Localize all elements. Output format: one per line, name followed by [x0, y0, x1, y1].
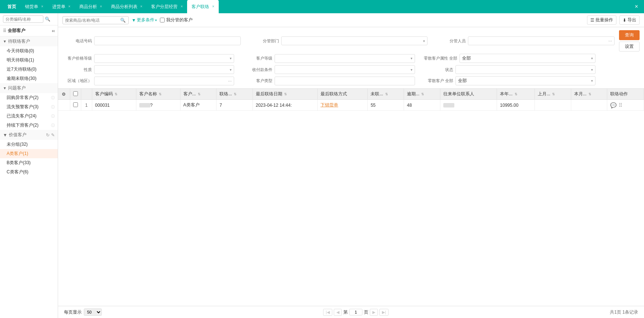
close-tab-sales-icon[interactable]: × — [41, 0, 43, 13]
sort-overdue-icon: ⇅ — [421, 92, 424, 96]
close-tab-segment-icon[interactable]: × — [180, 0, 183, 13]
person-dots-icon[interactable]: ··· — [608, 38, 612, 43]
col-last-month[interactable]: 上月... ⇅ — [535, 89, 571, 100]
nav-tab-customer-segment[interactable]: 客户分层经营 × — [147, 0, 187, 13]
input-payment[interactable]: ▾ — [275, 65, 415, 74]
input-person[interactable]: ··· — [468, 36, 615, 45]
close-all-btn[interactable]: × — [632, 3, 641, 10]
col-no-contact[interactable]: 未联... ⇅ — [368, 89, 404, 100]
input-phone[interactable] — [94, 36, 241, 45]
col-contact[interactable]: 联络... ⇅ — [217, 89, 253, 100]
label-person: 分管人员 — [436, 38, 466, 44]
last-page-btn[interactable]: ▶| — [379, 309, 389, 316]
search-input[interactable] — [65, 18, 120, 22]
my-customers-checkbox-area[interactable]: 我分管的客户 — [160, 17, 193, 23]
setting-button[interactable]: 设置 — [619, 42, 640, 52]
sidebar-search-icon[interactable]: 🔍 — [45, 17, 50, 22]
row-last-date: 2023-04-12 14:44: — [253, 100, 317, 111]
sidebar-section-pending[interactable]: ▼ 待联络客户 — [0, 36, 58, 46]
export-btn[interactable]: ⬇ 导出 — [619, 15, 640, 25]
col-overdue[interactable]: 逾期... ⇅ — [404, 89, 440, 100]
close-tab-contact-icon[interactable]: × — [212, 0, 214, 13]
sidebar-item-ungrouped[interactable]: 未分组(32) — [0, 140, 58, 149]
refresh-value-icon[interactable]: ↻ — [46, 132, 50, 138]
col-code[interactable]: 客户编码 ⇅ — [92, 89, 136, 100]
per-page-select[interactable]: 50 100 200 — [84, 308, 102, 316]
sidebar-search-input[interactable] — [3, 15, 43, 23]
col-this-month[interactable]: 本月... ⇅ — [571, 89, 607, 100]
chat-icon[interactable]: 💬 — [610, 102, 616, 108]
input-customer-level[interactable]: ▾ — [275, 54, 415, 63]
query-button[interactable]: 查询 — [619, 30, 640, 40]
info-declining-icon: ⓘ — [51, 123, 55, 128]
label-region: 区域（地区） — [62, 78, 92, 84]
input-status[interactable]: ▾ — [455, 65, 595, 74]
region-dots-icon[interactable]: ··· — [228, 78, 232, 84]
nav-tab-goods-analysis[interactable]: 商品分析 × — [75, 0, 107, 13]
dept-arrow-icon: ▾ — [423, 39, 425, 43]
next-page-btn[interactable]: ▶ — [370, 309, 378, 316]
close-tab-goods-list-icon[interactable]: × — [140, 0, 143, 13]
input-retail-customer[interactable]: 全部 ▾ — [455, 76, 595, 85]
adv-filter-row-4: 区域（地区） ··· 客户类型 零散客户 全部 全部 — [62, 76, 640, 85]
col-name[interactable]: 客户名称 ⇅ — [136, 89, 180, 100]
sidebar-item-today[interactable]: 今天待联络(0) — [0, 46, 58, 56]
adv-filter-row-1: 电话号码 分管部门 ▾ 分管人员 ··· — [62, 30, 640, 52]
col-settings[interactable]: ⚙ — [58, 89, 70, 100]
sidebar-item-overdue[interactable]: 逾期未联络(30) — [0, 74, 58, 83]
input-dept[interactable]: ▾ — [281, 36, 428, 45]
nav-tab-purchase[interactable]: 进货单 × — [48, 0, 75, 13]
more-action-icon[interactable]: ⠿ — [619, 102, 622, 108]
search-icon[interactable]: 🔍 — [120, 18, 126, 23]
row-checkbox[interactable] — [73, 102, 78, 107]
customer-level-arrow-icon: ▾ — [411, 56, 412, 60]
price-level-arrow-icon: ▾ — [230, 56, 232, 60]
content-area: 🔍 ▼ 更多条件 ▾ 我分管的客户 ☰ 批量操作 ⬇ 导出 — [58, 13, 644, 318]
edit-value-icon[interactable]: ✎ — [51, 132, 55, 138]
row-last-method[interactable]: 下销货单 — [318, 100, 368, 111]
nav-home[interactable]: 首页 — [3, 0, 21, 13]
nav-tab-sales[interactable]: 销货单 × — [21, 0, 48, 13]
status-arrow-icon: ▾ — [591, 68, 593, 72]
close-tab-purchase-icon[interactable]: × — [68, 0, 71, 13]
sidebar-item-tomorrow[interactable]: 明天待联络(1) — [0, 56, 58, 65]
sort-name-icon: ⇅ — [159, 92, 162, 96]
sidebar-item-c-class[interactable]: C类客户(6) — [0, 167, 58, 177]
nav-tab-goods-analysis-list[interactable]: 商品分析列表 × — [107, 0, 147, 13]
input-nature[interactable]: ▾ — [94, 65, 234, 74]
more-filters-btn[interactable]: ▼ 更多条件 ▾ — [132, 17, 157, 23]
select-all-checkbox[interactable] — [73, 91, 78, 96]
sidebar-item-a-class[interactable]: A类客户(1) — [0, 149, 58, 158]
input-price-level[interactable]: ▾ — [94, 54, 234, 63]
table-footer: 每页显示 50 100 200 |◀ ◀ 第 页 ▶ ▶| 共1页 1条记录 — [58, 306, 644, 318]
col-last-date[interactable]: 最后联络日期 ⇅ — [253, 89, 317, 100]
input-region[interactable]: ··· — [94, 77, 234, 85]
col-last-method[interactable]: 最后联络方式 — [318, 89, 368, 100]
page-input[interactable] — [349, 309, 362, 315]
sidebar-item-7days[interactable]: 近7天待联络(0) — [0, 65, 58, 74]
col-this-year[interactable]: 本年... ⇅ — [497, 89, 535, 100]
sidebar-item-declining[interactable]: 持续下滑客户(2) ⓘ — [0, 121, 58, 130]
prev-page-btn[interactable]: ◀ — [334, 309, 342, 316]
sidebar-item-churned[interactable]: 已流失客户(24) ⓘ — [0, 112, 58, 121]
sort-this-month-icon: ⇅ — [588, 92, 591, 96]
sidebar-collapse-icon[interactable]: ‹‹ — [52, 28, 55, 33]
sidebar-section-value[interactable]: ▼ 价值客户 ↻ ✎ — [0, 130, 58, 140]
first-page-btn[interactable]: |◀ — [323, 309, 332, 316]
col-type[interactable]: 客户... ⇅ — [180, 89, 217, 100]
input-retail-attr[interactable]: 全部 ▾ — [459, 54, 595, 63]
sidebar-item-churn-warning[interactable]: 流失预警客户(3) ⓘ — [0, 102, 58, 112]
my-customers-checkbox[interactable] — [160, 18, 165, 22]
close-tab-goods-analysis-icon[interactable]: × — [100, 0, 102, 13]
col-unit-contact[interactable]: 往来单位联系人 — [440, 89, 497, 100]
page-label: 第 — [343, 309, 348, 315]
nav-tab-customer-contact[interactable]: 客户联络 × — [187, 0, 219, 13]
input-customer-type[interactable] — [275, 77, 415, 85]
sidebar-item-repurchase-abnormal[interactable]: 回购异常客户(2) ⓘ — [0, 93, 58, 102]
batch-op-btn[interactable]: ☰ 批量操作 — [587, 15, 616, 25]
label-status: 状态 — [424, 67, 453, 73]
sidebar-section-problem[interactable]: ▼ 问题客户 — [0, 83, 58, 93]
search-box[interactable]: 🔍 — [62, 16, 129, 24]
sidebar-item-b-class[interactable]: B类客户(33) — [0, 158, 58, 167]
adv-filter: 电话号码 分管部门 ▾ 分管人员 ··· — [58, 27, 644, 89]
